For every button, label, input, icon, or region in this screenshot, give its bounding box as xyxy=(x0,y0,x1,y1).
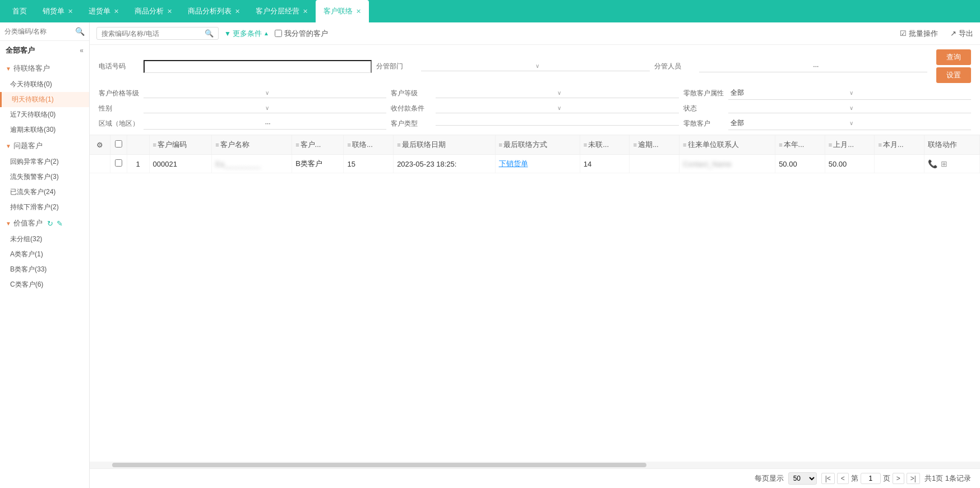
search-icon[interactable]: 🔍 xyxy=(205,29,214,38)
sidebar-item-today[interactable]: 今天待联络(0) xyxy=(0,77,89,92)
th-settings[interactable]: ⚙ xyxy=(90,135,110,155)
row-checkbox[interactable] xyxy=(115,159,122,167)
setting-button[interactable]: 设置 xyxy=(936,67,971,83)
my-customers-checkbox[interactable] xyxy=(275,30,282,37)
sidebar-item-class-b[interactable]: B类客户(33) xyxy=(0,262,89,277)
th-last-contact-method: ≡最后联络方式 xyxy=(495,135,580,155)
edit-icon[interactable]: ✎ xyxy=(57,219,63,228)
filter-retail-customer: 零散客户 全部 ∨ xyxy=(683,117,971,130)
last-page-button[interactable]: >| xyxy=(907,473,920,484)
grid-action-icon[interactable]: ⊞ xyxy=(941,159,947,168)
batch-icon: ☑ xyxy=(900,29,907,38)
more-icon[interactable]: ··· xyxy=(811,62,925,70)
row-last-contact-method[interactable]: 下销货单 xyxy=(495,155,580,173)
refresh-icon[interactable]: ↻ xyxy=(47,219,53,228)
close-icon[interactable]: ✕ xyxy=(114,8,119,15)
next-page-button[interactable]: > xyxy=(893,473,904,484)
row-name: Ea_________ xyxy=(212,155,292,173)
row-checkbox-cell[interactable] xyxy=(110,155,127,173)
search-icon[interactable]: 🔍 xyxy=(75,27,85,36)
per-page-select[interactable]: 50 100 200 xyxy=(788,472,817,485)
nav-tab-customer-tier[interactable]: 客户分层经营 ✕ xyxy=(248,0,316,22)
data-table-container: ⚙ ≡客户编码 ≡客户名称 ≡客户... ≡联络... ≡最后联络日期 ≡最后联… xyxy=(90,135,980,462)
horizontal-scrollbar[interactable] xyxy=(90,462,980,468)
th-check[interactable] xyxy=(110,135,127,155)
filter-customer-type: 客户类型 xyxy=(391,119,678,128)
region-select[interactable]: ··· xyxy=(144,118,386,130)
search-input[interactable] xyxy=(101,30,202,38)
sidebar-item-churned[interactable]: 已流失客户(24) xyxy=(0,185,89,200)
table-row: 1 000021 Ea_________ B类客户 15 2023-05-23 … xyxy=(90,155,980,173)
filter-gender: 性别 ∨ xyxy=(99,103,386,113)
filter-status: 状态 ∨ xyxy=(683,103,971,113)
more-filter-button[interactable]: ▼ 更多条件 ▲ xyxy=(224,29,269,39)
sidebar-search-bar[interactable]: 🔍 xyxy=(0,22,89,41)
sidebar-item-class-c[interactable]: C类客户(6) xyxy=(0,277,89,292)
sidebar-item-7days[interactable]: 近7天待联络(0) xyxy=(0,107,89,122)
phone-input[interactable] xyxy=(144,60,372,73)
filter-price-level: 客户价格等级 ∨ xyxy=(99,88,386,98)
retail-attr-select[interactable]: 全部 ∨ xyxy=(728,86,971,100)
customer-type-select[interactable] xyxy=(436,122,678,126)
batch-action-button[interactable]: ☑ 批量操作 xyxy=(900,29,938,39)
row-last-month: 50.00 xyxy=(825,155,875,173)
customer-level-select[interactable]: ∨ xyxy=(436,88,678,98)
filter-payment: 收付款条件 ∨ xyxy=(391,103,678,113)
query-button[interactable]: 查询 xyxy=(936,49,971,65)
sidebar-item-class-a[interactable]: A类客户(1) xyxy=(0,247,89,262)
th-no-contact: ≡未联... xyxy=(580,135,630,155)
page-input[interactable] xyxy=(861,473,881,484)
triangle-icon: ▼ xyxy=(6,143,11,149)
th-this-year: ≡本年... xyxy=(775,135,825,155)
th-num xyxy=(127,135,149,155)
page-label: 第 xyxy=(851,473,858,484)
sidebar-item-overdue[interactable]: 逾期未联络(30) xyxy=(0,122,89,137)
payment-select[interactable]: ∨ xyxy=(436,103,678,113)
call-action-icon[interactable]: 📞 xyxy=(928,159,937,168)
per-page-label: 每页显示 xyxy=(755,473,784,484)
price-level-select[interactable]: ∨ xyxy=(144,88,386,98)
my-customers-filter[interactable]: 我分管的客户 xyxy=(275,29,328,39)
nav-tab-sales[interactable]: 销货单 ✕ xyxy=(35,0,81,22)
dept-select[interactable]: ∨ xyxy=(421,61,649,71)
sidebar-item-ungrouped[interactable]: 未分组(32) xyxy=(0,232,89,247)
close-icon[interactable]: ✕ xyxy=(356,8,361,15)
nav-home[interactable]: 首页 xyxy=(4,6,35,16)
more-icon[interactable]: ··· xyxy=(263,119,385,127)
sidebar-item-tomorrow[interactable]: 明天待联络(1) xyxy=(0,92,89,107)
th-last-contact-date: ≡最后联络日期 xyxy=(394,135,495,155)
sidebar-all-customers[interactable]: 全部客户 « xyxy=(0,41,89,60)
first-page-button[interactable]: |< xyxy=(821,473,835,484)
close-icon[interactable]: ✕ xyxy=(303,8,308,15)
sidebar-item-churn-warning[interactable]: 流失预警客户(3) xyxy=(0,169,89,185)
manager-select[interactable]: ··· xyxy=(699,61,927,72)
row-overdue xyxy=(630,155,679,173)
total-records: 共1页 1条记录 xyxy=(924,473,971,484)
nav-tab-purchase[interactable]: 进货单 ✕ xyxy=(81,0,127,22)
row-last-contact-date: 2023-05-23 18:25: xyxy=(394,155,495,173)
gender-select[interactable]: ∨ xyxy=(144,103,386,113)
status-select[interactable]: ∨ xyxy=(728,103,971,113)
customer-table: ⚙ ≡客户编码 ≡客户名称 ≡客户... ≡联络... ≡最后联络日期 ≡最后联… xyxy=(90,135,980,173)
prev-page-button[interactable]: < xyxy=(837,473,849,484)
close-icon[interactable]: ✕ xyxy=(235,8,240,15)
sidebar-item-repurchase-abnormal[interactable]: 回购异常客户(2) xyxy=(0,154,89,169)
sidebar-group-problem: ▼ 问题客户 xyxy=(0,137,89,154)
retail-customer-select[interactable]: 全部 ∨ xyxy=(728,117,971,130)
sidebar: 🔍 全部客户 « ▼ 待联络客户 今天待联络(0) 明天待联络(1) 近7天待联… xyxy=(0,22,90,488)
row-contacts: 15 xyxy=(344,155,394,173)
close-icon[interactable]: ✕ xyxy=(167,8,172,15)
sidebar-item-declining[interactable]: 持续下滑客户(2) xyxy=(0,200,89,215)
nav-tab-analysis[interactable]: 商品分析 ✕ xyxy=(127,0,180,22)
scrollbar-thumb[interactable] xyxy=(112,463,646,467)
sidebar-search-input[interactable] xyxy=(4,27,75,35)
export-button[interactable]: ↗ 导出 xyxy=(950,29,973,39)
nav-tab-analysis-list[interactable]: 商品分析列表 ✕ xyxy=(180,0,248,22)
search-input-wrap[interactable]: 🔍 xyxy=(96,27,219,40)
chevron-down-icon: ∨ xyxy=(265,105,385,111)
select-all-checkbox[interactable] xyxy=(115,140,122,148)
nav-tab-customer-contact[interactable]: 客户联络 ✕ xyxy=(316,0,369,22)
close-icon[interactable]: ✕ xyxy=(68,8,73,15)
chevron-down-icon: ∨ xyxy=(535,63,648,69)
row-action-buttons: 📞 ⊞ xyxy=(928,159,976,168)
